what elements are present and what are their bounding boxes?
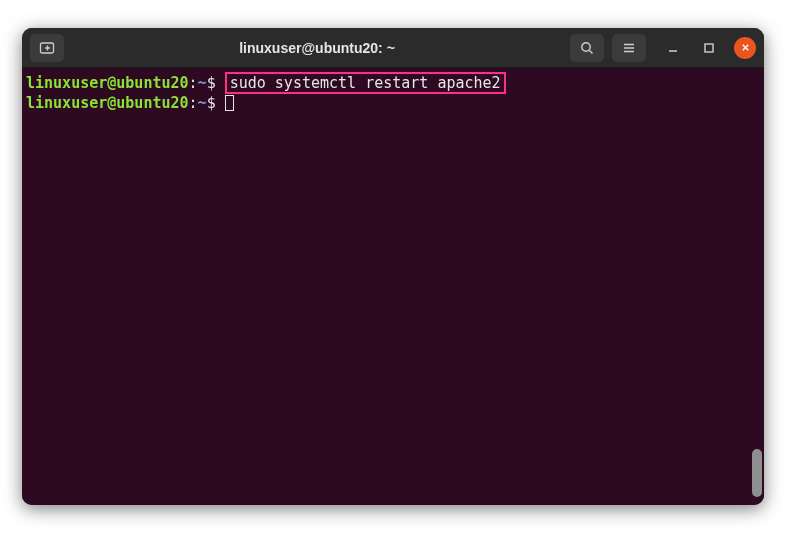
close-icon xyxy=(740,42,751,53)
minimize-button[interactable] xyxy=(662,37,684,59)
terminal-window: linuxuser@ubuntu20: ~ xyxy=(22,28,764,505)
prompt-symbol: $ xyxy=(207,94,216,112)
maximize-button[interactable] xyxy=(698,37,720,59)
titlebar: linuxuser@ubuntu20: ~ xyxy=(22,28,764,68)
svg-rect-9 xyxy=(705,44,713,52)
window-title: linuxuser@ubuntu20: ~ xyxy=(72,40,562,56)
cursor xyxy=(225,95,234,111)
prompt-user: linuxuser@ubuntu20 xyxy=(26,74,189,92)
terminal-line: linuxuser@ubuntu20:~$ sudo systemctl res… xyxy=(26,72,760,94)
svg-line-4 xyxy=(589,50,592,53)
search-icon xyxy=(579,40,595,56)
command-text: sudo systemctl restart apache2 xyxy=(230,74,501,92)
new-tab-button[interactable] xyxy=(30,34,64,62)
prompt-sep: : xyxy=(189,94,198,112)
maximize-icon xyxy=(703,42,715,54)
minimize-icon xyxy=(667,42,679,54)
prompt-symbol: $ xyxy=(207,74,216,92)
terminal-line: linuxuser@ubuntu20:~$ xyxy=(26,94,760,112)
prompt-path: ~ xyxy=(198,94,207,112)
prompt-user: linuxuser@ubuntu20 xyxy=(26,94,189,112)
new-tab-icon xyxy=(39,40,55,56)
window-controls xyxy=(654,37,756,59)
scrollbar-thumb[interactable] xyxy=(752,449,762,497)
menu-button[interactable] xyxy=(612,34,646,62)
prompt-sep: : xyxy=(189,74,198,92)
hamburger-icon xyxy=(621,40,637,56)
svg-point-3 xyxy=(582,42,590,50)
command-highlight: sudo systemctl restart apache2 xyxy=(225,72,506,94)
terminal-body[interactable]: linuxuser@ubuntu20:~$ sudo systemctl res… xyxy=(22,68,764,505)
close-button[interactable] xyxy=(734,37,756,59)
search-button[interactable] xyxy=(570,34,604,62)
prompt-path: ~ xyxy=(198,74,207,92)
